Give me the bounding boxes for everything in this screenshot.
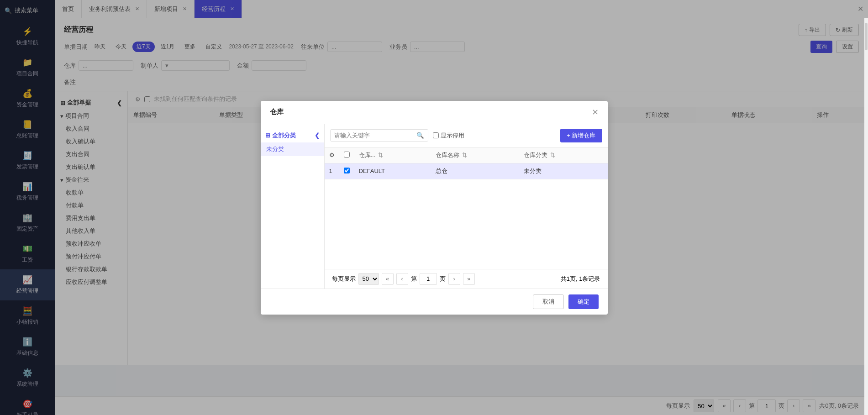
modal-pagination: 每页显示 50 « ‹ 第 页 › »: [332, 273, 475, 285]
th-modal-check: [339, 147, 354, 163]
modal-actions: 取消 确定: [261, 289, 608, 315]
sort-icon-code: ⇅: [378, 152, 383, 158]
modal-close-icon[interactable]: ✕: [592, 107, 599, 117]
modal-page-prev[interactable]: ‹: [396, 273, 408, 285]
col-name-label: 仓库名称: [436, 152, 459, 158]
modal-select-all[interactable]: [344, 152, 350, 158]
modal-overlay: 仓库 ✕ ⊞ 全部分类 ❮ 未分类: [0, 0, 868, 415]
th-modal-name: 仓库名称 ⇅: [431, 147, 519, 163]
modal-row-code: DEFAULT: [354, 163, 431, 179]
sort-icon-name: ⇅: [462, 152, 467, 158]
col-category-label: 仓库分类: [524, 152, 547, 158]
modal-search-btn[interactable]: 🔍: [413, 130, 428, 141]
modal-page-last[interactable]: »: [463, 273, 475, 285]
modal-search-box: 🔍: [330, 129, 428, 142]
col-code-label: 仓库...: [359, 152, 376, 158]
modal-page-input[interactable]: [420, 273, 437, 285]
modal-total-label: 共1页, 1条记录: [561, 275, 600, 283]
modal-search-input[interactable]: [331, 130, 413, 141]
modal-confirm-btn[interactable]: 确定: [568, 294, 599, 309]
modal-body: ⊞ 全部分类 ❮ 未分类 🔍: [261, 124, 608, 289]
warehouse-modal: 仓库 ✕ ⊞ 全部分类 ❮ 未分类: [261, 101, 608, 315]
modal-add-btn[interactable]: + 新增仓库: [560, 129, 602, 142]
modal-page-label: 页: [440, 275, 446, 283]
modal-page-size-label: 每页显示: [332, 275, 356, 283]
modal-row-checkbox[interactable]: [344, 168, 350, 173]
th-modal-code: 仓库... ⇅: [354, 147, 431, 163]
modal-page-size-select[interactable]: 50: [358, 273, 379, 285]
modal-header: 仓库 ✕: [261, 101, 608, 124]
modal-show-disabled-checkbox[interactable]: [433, 132, 439, 138]
modal-show-disabled-label[interactable]: 显示停用: [433, 131, 464, 140]
modal-page-next[interactable]: ›: [448, 273, 460, 285]
modal-content: 🔍 显示停用 + 新增仓库 ⚙: [325, 124, 608, 289]
modal-sidebar-header: ⊞ 全部分类 ❮: [261, 129, 324, 142]
modal-cancel-btn[interactable]: 取消: [533, 294, 564, 309]
modal-footer-bar: 每页显示 50 « ‹ 第 页 › » 共1页, 1条记录: [325, 269, 608, 289]
modal-table-header: ⚙ 仓库... ⇅ 仓库名称 ⇅: [325, 147, 608, 163]
th-modal-category: 仓库分类 ⇅: [519, 147, 607, 163]
modal-page-label-pre: 第: [411, 275, 417, 283]
modal-row-category: 未分类: [519, 163, 607, 179]
modal-uncategorized-item[interactable]: 未分类: [261, 142, 324, 156]
modal-sidebar: ⊞ 全部分类 ❮ 未分类: [261, 124, 325, 289]
th-modal-gear: ⚙: [325, 147, 339, 163]
modal-page-first[interactable]: «: [382, 273, 394, 285]
modal-all-category-label[interactable]: 全部分类: [272, 131, 296, 140]
modal-grid-icon: ⊞: [265, 132, 270, 139]
modal-row-check[interactable]: [339, 163, 354, 179]
modal-row-index: 1: [325, 163, 339, 179]
modal-table: ⚙ 仓库... ⇅ 仓库名称 ⇅: [325, 147, 608, 179]
modal-toolbar: 🔍 显示停用 + 新增仓库: [325, 124, 608, 147]
modal-table-row[interactable]: 1 DEFAULT 总仓 未分类: [325, 163, 608, 179]
sort-icon-category: ⇅: [550, 152, 555, 158]
modal-table-container: ⚙ 仓库... ⇅ 仓库名称 ⇅: [325, 147, 608, 269]
modal-sidebar-collapse-icon[interactable]: ❮: [315, 132, 320, 139]
modal-title: 仓库: [270, 108, 284, 116]
show-disabled-text: 显示停用: [441, 131, 464, 140]
modal-row-name: 总仓: [431, 163, 519, 179]
